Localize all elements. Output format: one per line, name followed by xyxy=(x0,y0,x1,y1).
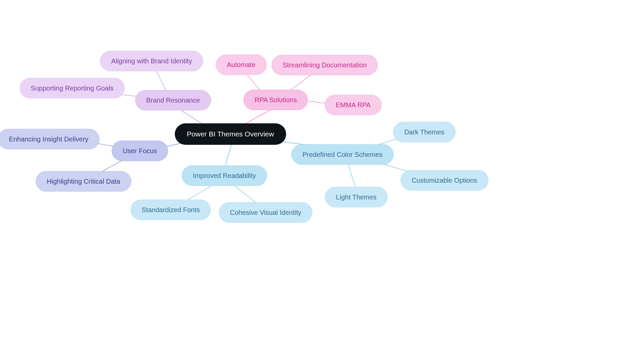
node-fonts[interactable]: Standardized Fonts xyxy=(130,200,211,220)
node-dark-themes-label: Dark Themes xyxy=(404,128,444,136)
node-emma[interactable]: EMMA RPA xyxy=(325,95,382,115)
node-light-themes-label: Light Themes xyxy=(336,193,377,201)
node-aligning[interactable]: Aligning with Brand Identity xyxy=(100,51,203,71)
branch-predefined-label: Predefined Color Schemes xyxy=(302,151,382,159)
branch-userfocus[interactable]: User Focus xyxy=(112,141,168,161)
svg-line-1 xyxy=(225,144,231,168)
branch-brand[interactable]: Brand Resonance xyxy=(135,90,211,111)
svg-line-6 xyxy=(347,161,356,188)
branch-rpa-label: RPA Solutions xyxy=(255,96,297,104)
node-customizable[interactable]: Customizable Options xyxy=(400,170,488,191)
svg-line-9 xyxy=(235,186,258,204)
node-automate-label: Automate xyxy=(227,61,256,69)
node-customizable-label: Customizable Options xyxy=(412,177,477,184)
node-light-themes[interactable]: Light Themes xyxy=(325,187,388,207)
node-insight[interactable]: Enhancing Insight Delivery xyxy=(0,129,99,149)
node-streamlining[interactable]: Streamlining Documentation xyxy=(271,55,378,75)
node-fonts-label: Standardized Fonts xyxy=(142,206,200,214)
node-streamlining-label: Streamlining Documentation xyxy=(282,61,367,69)
mindmap-canvas: Power BI Themes Overview Predefined Colo… xyxy=(0,0,644,363)
branch-readability-label: Improved Readability xyxy=(193,172,256,180)
root-node[interactable]: Power BI Themes Overview xyxy=(175,123,286,145)
branch-userfocus-label: User Focus xyxy=(123,147,157,155)
node-insight-label: Enhancing Insight Delivery xyxy=(9,135,89,143)
root-label: Power BI Themes Overview xyxy=(187,130,274,138)
node-critical-label: Highlighting Critical Data xyxy=(47,178,120,185)
branch-brand-label: Brand Resonance xyxy=(146,97,200,104)
node-supporting[interactable]: Supporting Reporting Goals xyxy=(20,78,125,99)
branch-rpa[interactable]: RPA Solutions xyxy=(244,90,308,110)
node-emma-label: EMMA RPA xyxy=(336,101,371,109)
node-aligning-label: Aligning with Brand Identity xyxy=(111,57,192,65)
svg-line-14 xyxy=(245,72,262,92)
branch-predefined[interactable]: Predefined Color Schemes xyxy=(291,144,393,165)
node-automate[interactable]: Automate xyxy=(216,55,267,75)
node-cohesive-label: Cohesive Visual Identity xyxy=(230,209,301,217)
node-dark-themes[interactable]: Dark Themes xyxy=(393,122,455,142)
svg-line-12 xyxy=(156,70,166,90)
branch-readability[interactable]: Improved Readability xyxy=(182,166,267,186)
node-cohesive[interactable]: Cohesive Visual Identity xyxy=(219,202,312,223)
node-supporting-label: Supporting Reporting Goals xyxy=(31,84,114,92)
node-critical[interactable]: Highlighting Critical Data xyxy=(36,171,131,192)
